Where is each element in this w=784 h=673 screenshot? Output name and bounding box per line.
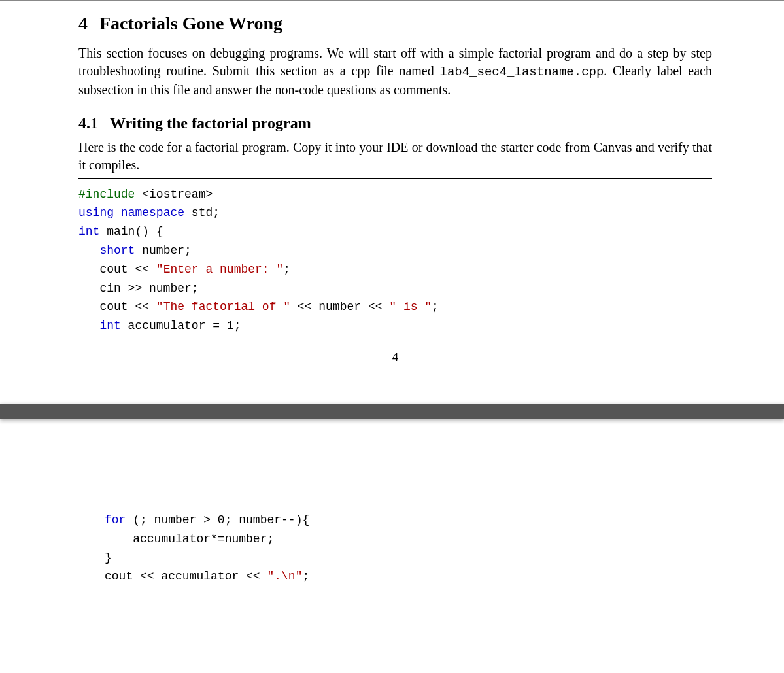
code-text: } (105, 551, 112, 564)
code-text: cout << accumulator << (105, 570, 267, 583)
section-title: Factorials Gone Wrong (99, 13, 282, 33)
code-text: ; (283, 263, 290, 276)
code-text: std; (184, 206, 220, 219)
code-keyword: for (105, 513, 126, 526)
subsection-number: 4.1 (78, 114, 98, 132)
code-string: " is " (389, 300, 432, 313)
section-number: 4 (78, 13, 88, 34)
page-one: 4Factorials Gone Wrong This section focu… (0, 1, 784, 364)
code-text: (; number > 0; number--){ (126, 513, 309, 526)
page-number: 4 (78, 350, 712, 364)
code-text: << number << (290, 300, 389, 313)
code-string: ".\n" (267, 570, 302, 583)
code-text: main() { (99, 225, 163, 238)
code-text: cout << (78, 300, 156, 313)
intro-filename: lab4_sec4_lastname.cpp (440, 65, 604, 79)
code-keyword: namespace (121, 206, 184, 219)
code-block-page1: #include <iostream> using namespace std;… (78, 185, 712, 336)
subsection-heading: 4.1Writing the factorial program (78, 114, 712, 132)
code-text: <iostream> (135, 188, 213, 201)
code-block-page2: for (; number > 0; number--){ accumulato… (105, 511, 712, 586)
code-keyword: int (99, 319, 120, 332)
code-text: accumulator = 1; (121, 319, 241, 332)
code-indent (78, 319, 99, 332)
section-intro: This section focuses on debugging progra… (78, 44, 712, 99)
code-text: cout << (78, 263, 156, 276)
code-string: "The factorial of " (156, 300, 290, 313)
code-text: ; (302, 570, 309, 583)
code-keyword: short (99, 244, 135, 257)
page-two: for (; number > 0; number--){ accumulato… (0, 445, 784, 586)
code-text: number; (135, 244, 191, 257)
section-heading: 4Factorials Gone Wrong (78, 13, 712, 34)
code-indent (78, 244, 99, 257)
code-text: ; (432, 300, 439, 313)
subsection-intro: Here is the code for a factorial program… (78, 139, 712, 174)
code-keyword: int (78, 225, 99, 238)
code-string: "Enter a number: " (156, 263, 283, 276)
code-rule (78, 178, 712, 179)
code-text: cin >> number; (78, 282, 199, 295)
page-separator (0, 404, 784, 419)
code-keyword: using (78, 206, 114, 219)
code-text: accumulator*=number; (105, 532, 274, 545)
subsection-title: Writing the factorial program (110, 114, 311, 131)
code-keyword: #include (78, 188, 135, 201)
